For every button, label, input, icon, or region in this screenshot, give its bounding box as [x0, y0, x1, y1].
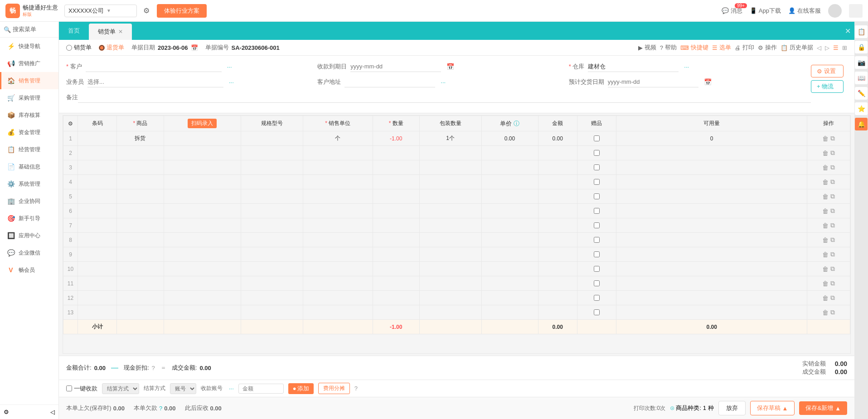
video-action[interactable]: ▶ 视频	[638, 43, 656, 52]
radio-return[interactable]: 退货单	[99, 43, 124, 52]
online-service-button[interactable]: 👤 在线客服	[788, 7, 821, 15]
scan-button[interactable]: 扫码录入	[188, 119, 217, 128]
payment-due-input[interactable]	[350, 61, 441, 72]
row-7-copy-icon[interactable]: ⧉	[830, 222, 835, 229]
expense-split-button[interactable]: 费用分摊	[318, 383, 350, 394]
row-1-product[interactable]: 拆货	[117, 131, 164, 146]
warehouse-input[interactable]	[588, 61, 679, 72]
row-1-spec[interactable]	[241, 131, 303, 146]
settings-gear-button[interactable]: ⚙	[140, 4, 153, 18]
sidebar-item-collab[interactable]: 🏢 企业协同	[0, 193, 58, 210]
row-2-amount[interactable]	[538, 146, 577, 160]
row-1-copy-icon[interactable]: ⧉	[830, 135, 835, 142]
sidebar-item-guide[interactable]: 🎯 新手引导	[0, 210, 58, 227]
row-12-delete-icon[interactable]: 🗑	[822, 294, 829, 302]
save-new-button[interactable]: 保存&新增 ▲	[799, 401, 847, 415]
row-2-qty[interactable]	[373, 146, 419, 160]
view-list-icon[interactable]: ☰	[833, 44, 839, 51]
tab-sales-order[interactable]: 销货单 ✕	[89, 24, 132, 40]
sidebar-item-member[interactable]: V 畅会员	[0, 261, 58, 279]
sidebar-item-finance[interactable]: 💰 资金管理	[0, 124, 58, 141]
row-2-price[interactable]	[481, 146, 538, 160]
row-10-delete-icon[interactable]: 🗑	[822, 265, 829, 273]
row-4-copy-icon[interactable]: ⧉	[830, 178, 835, 186]
discard-button[interactable]: 放弃	[718, 401, 746, 415]
one-click-payment[interactable]: 一键收款	[66, 385, 97, 393]
sidebar-item-purchase[interactable]: 🛒 采购管理	[0, 89, 58, 106]
right-panel-icon-2[interactable]: 🔒	[855, 41, 868, 53]
nav-next-icon[interactable]: ▷	[825, 44, 829, 51]
sidebar-settings-icon[interactable]: ⚙	[4, 409, 9, 415]
save-new-expand-icon[interactable]: ▲	[835, 405, 841, 412]
sidebar-item-system[interactable]: ⚙️ 系统管理	[0, 175, 58, 193]
payment-method-select[interactable]: 结算方式	[102, 383, 139, 394]
row-13-delete-icon[interactable]: 🗑	[822, 309, 829, 316]
tab-close-icon[interactable]: ✕	[118, 29, 123, 35]
sidebar-item-marketing[interactable]: 📢 营销推广	[0, 55, 58, 72]
row-8-delete-icon[interactable]: 🗑	[822, 236, 829, 244]
sidebar-item-quick-nav[interactable]: ⚡ 快捷导航	[0, 38, 58, 55]
logistics-button[interactable]: + 物流	[811, 80, 844, 93]
row-9-delete-icon[interactable]: 🗑	[822, 251, 829, 258]
right-panel-icon-7[interactable]: 🔔	[855, 118, 868, 130]
row-1-qty[interactable]: -1.00	[373, 131, 419, 146]
right-panel-icon-6[interactable]: ⭐	[855, 102, 868, 115]
col-settings[interactable]: ⚙	[63, 116, 78, 131]
history-action[interactable]: 📋 历史单据	[781, 43, 813, 52]
choose-action[interactable]: ☰ 选单	[712, 43, 731, 52]
salesperson-dots-btn[interactable]: ···	[229, 79, 234, 86]
app-download-button[interactable]: 📱 App下载	[750, 7, 781, 15]
sidebar-item-inventory[interactable]: 📦 库存核算	[0, 106, 58, 124]
sidebar-item-sales[interactable]: 🏠 销售管理	[0, 72, 58, 89]
user-avatar[interactable]	[828, 4, 842, 18]
address-input[interactable]	[344, 77, 435, 87]
row-3-delete-icon[interactable]: 🗑	[822, 164, 829, 171]
row-1-price[interactable]: 0.00	[481, 131, 538, 146]
row-1-unit[interactable]: 个	[303, 131, 373, 146]
row-11-delete-icon[interactable]: 🗑	[822, 280, 829, 287]
row-1-pkg-qty[interactable]: 1个	[419, 131, 481, 146]
discount-info-icon[interactable]: ?	[152, 365, 155, 371]
notes-input[interactable]	[78, 92, 811, 103]
save-draft-expand-icon[interactable]: ▲	[782, 405, 788, 412]
settings-button[interactable]: ⚙ 设置	[811, 65, 844, 77]
company-selector[interactable]: XXXXXX公司 ▼	[64, 5, 137, 17]
row-9-copy-icon[interactable]: ⧉	[830, 250, 835, 258]
debt-info-icon[interactable]: ?	[159, 405, 162, 412]
payment-due-calendar-icon[interactable]: 📅	[446, 63, 454, 70]
nav-prev-icon[interactable]: ◁	[817, 44, 821, 51]
row-2-gift[interactable]	[577, 146, 616, 160]
warehouse-dots-btn[interactable]: ···	[684, 63, 689, 70]
row-11-copy-icon[interactable]: ⧉	[830, 279, 835, 287]
tab-close-all-icon[interactable]: ✕	[845, 27, 851, 35]
account-select[interactable]: 账号	[170, 383, 196, 394]
row-2-product[interactable]	[117, 146, 164, 160]
row-5-copy-icon[interactable]: ⧉	[830, 193, 835, 200]
row-6-delete-icon[interactable]: 🗑	[822, 207, 829, 215]
operate-action[interactable]: ⚙ 操作	[758, 43, 777, 52]
row-1-barcode[interactable]	[78, 131, 117, 146]
sidebar-item-ops[interactable]: 📋 经营管理	[0, 141, 58, 158]
row-2-delete-icon[interactable]: 🗑	[822, 149, 829, 157]
row-12-copy-icon[interactable]: ⧉	[830, 294, 835, 302]
radio-sales[interactable]: 销货单	[66, 43, 92, 52]
sidebar-item-appstore[interactable]: 🔲 应用中心	[0, 227, 58, 244]
customer-dots-btn[interactable]: ···	[227, 63, 232, 70]
row-4-delete-icon[interactable]: 🗑	[822, 178, 829, 186]
row-8-copy-icon[interactable]: ⧉	[830, 236, 835, 244]
row-2-copy-icon[interactable]: ⧉	[830, 149, 835, 157]
salesperson-input[interactable]	[87, 77, 223, 87]
row-2-pkg-qty[interactable]	[419, 146, 481, 160]
view-grid-icon[interactable]: ⊞	[842, 44, 847, 51]
shortcut-action[interactable]: ⌨ 快捷键	[680, 43, 708, 52]
expense-help-icon[interactable]: ?	[354, 385, 358, 392]
row-1-gift[interactable]	[577, 131, 616, 146]
row-13-copy-icon[interactable]: ⧉	[830, 308, 835, 316]
row-5-delete-icon[interactable]: 🗑	[822, 193, 829, 200]
price-info-icon[interactable]: ⓘ	[514, 120, 519, 127]
row-10-copy-icon[interactable]: ⧉	[830, 265, 835, 273]
row-2-spec[interactable]	[241, 146, 303, 160]
right-panel-icon-4[interactable]: 📖	[855, 72, 868, 84]
product-count-icon[interactable]: ⊙	[670, 405, 674, 411]
print-action[interactable]: 🖨 打印	[735, 43, 754, 52]
